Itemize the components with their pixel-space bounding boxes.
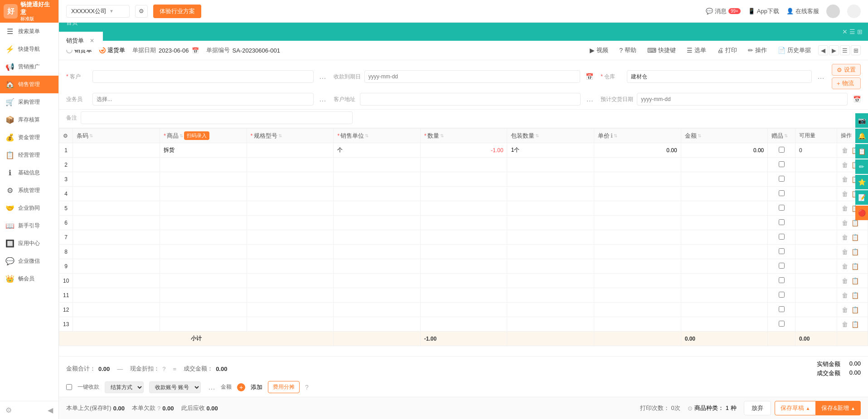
pack-qty-input[interactable] (511, 278, 590, 284)
spec-input[interactable] (251, 191, 330, 197)
cell-spec[interactable] (247, 303, 334, 317)
toolbar-btn-操作[interactable]: ✏ 操作 (744, 44, 771, 56)
barcode-input[interactable] (77, 263, 156, 270)
cell-unit[interactable] (334, 259, 421, 274)
product-input[interactable] (164, 162, 243, 168)
sidebar-item-基础信息[interactable]: ℹ 基础信息 (0, 164, 58, 182)
spec-input[interactable] (251, 205, 330, 212)
message-btn[interactable]: 💬 消息 99+ (706, 7, 741, 15)
delete-row-icon[interactable]: 🗑 (842, 190, 848, 197)
notes-input[interactable] (81, 111, 353, 124)
barcode-input[interactable] (77, 162, 156, 168)
unit-price-input[interactable] (598, 147, 677, 154)
cell-unit-price[interactable] (594, 158, 681, 172)
delete-row-icon[interactable]: 🗑 (842, 219, 848, 226)
cell-barcode[interactable] (73, 158, 160, 172)
gift-checkbox[interactable] (779, 263, 785, 269)
cell-amount[interactable] (681, 303, 768, 317)
unit-price-input[interactable] (598, 191, 677, 197)
cell-spec[interactable] (247, 245, 334, 259)
product-input[interactable] (164, 263, 243, 270)
cell-barcode[interactable] (73, 274, 160, 288)
cell-unit[interactable] (334, 274, 421, 288)
grid-view-icon[interactable]: ⊞ (857, 28, 863, 35)
cell-barcode[interactable] (73, 259, 160, 274)
cell-product[interactable] (160, 172, 247, 187)
unit-input[interactable] (337, 321, 417, 327)
cell-gift[interactable] (768, 317, 795, 332)
cell-pack-qty[interactable] (507, 201, 594, 216)
app-download-btn[interactable]: 📱 App下载 (748, 7, 779, 15)
copy-row-icon[interactable]: 📋 (851, 306, 859, 313)
qty-input[interactable] (424, 234, 504, 241)
product-input[interactable] (164, 307, 243, 313)
cell-unit[interactable] (334, 317, 421, 332)
gift-checkbox[interactable] (779, 277, 785, 283)
cell-product[interactable] (160, 158, 247, 172)
product-input[interactable] (164, 249, 243, 255)
cell-unit-price[interactable] (594, 274, 681, 288)
cell-gift[interactable] (768, 158, 795, 172)
cell-pack-qty[interactable] (507, 216, 594, 230)
sidebar-item-企业微信[interactable]: 💬 企业微信 (0, 252, 58, 270)
amount-input[interactable] (685, 263, 764, 270)
sidebar-item-系统管理[interactable]: ⚙ 系统管理 (0, 182, 58, 199)
cell-gift[interactable] (768, 172, 795, 187)
company-selector[interactable]: XXXXXX公司 ▼ (66, 5, 130, 18)
cell-amount[interactable] (681, 259, 768, 274)
barcode-input[interactable] (77, 220, 156, 226)
next-btn[interactable]: ▶ (829, 45, 839, 55)
product-type-icon[interactable]: ⊙ (688, 405, 693, 412)
cell-unit[interactable] (334, 187, 421, 201)
product-input[interactable] (164, 147, 243, 154)
pack-qty-input[interactable] (511, 147, 590, 154)
cell-unit-price[interactable] (594, 245, 681, 259)
cell-gift[interactable] (768, 259, 795, 274)
pack-qty-input[interactable] (511, 321, 590, 327)
warehouse-input[interactable] (627, 70, 812, 83)
delete-row-icon[interactable]: 🗑 (842, 161, 848, 169)
float-bell-btn[interactable]: 🔔 (855, 129, 868, 143)
sidebar-item-应用中心[interactable]: 🔲 应用中心 (0, 235, 58, 252)
th-settings[interactable]: ⚙ (59, 129, 73, 143)
qty-input[interactable] (424, 205, 504, 212)
cell-gift[interactable] (768, 143, 795, 158)
cell-product[interactable] (160, 317, 247, 332)
spec-input[interactable] (251, 147, 330, 154)
pack-qty-input[interactable] (511, 249, 590, 255)
delete-row-icon[interactable]: 🗑 (842, 263, 848, 270)
pack-qty-input[interactable] (511, 205, 590, 212)
cell-qty[interactable] (420, 274, 507, 288)
qty-input[interactable] (424, 147, 504, 154)
amount-input[interactable] (685, 249, 764, 255)
gift-checkbox[interactable] (779, 147, 785, 153)
unit-price-input[interactable] (598, 220, 677, 226)
cell-gift[interactable] (768, 303, 795, 317)
gift-checkbox[interactable] (779, 292, 785, 298)
cell-qty[interactable] (420, 158, 507, 172)
barcode-input[interactable] (77, 292, 156, 299)
unit-price-input[interactable] (598, 249, 677, 255)
cell-qty[interactable] (420, 288, 507, 303)
cell-product[interactable] (160, 201, 247, 216)
cell-product[interactable] (160, 187, 247, 201)
float-edit-btn[interactable]: ✏ (855, 159, 868, 174)
customer-addr-input[interactable] (360, 93, 581, 106)
cell-spec[interactable] (247, 259, 334, 274)
delete-row-icon[interactable]: 🗑 (842, 147, 848, 154)
pack-qty-input[interactable] (511, 234, 590, 241)
spec-input[interactable] (251, 278, 330, 284)
gift-checkbox[interactable] (779, 161, 785, 167)
cell-amount[interactable] (681, 172, 768, 187)
cell-unit-price[interactable] (594, 172, 681, 187)
qty-input[interactable] (424, 249, 504, 255)
cell-amount[interactable] (681, 274, 768, 288)
pack-qty-input[interactable] (511, 162, 590, 168)
toolbar-btn-历史单据[interactable]: 📄 历史单据 (774, 44, 815, 56)
cell-product[interactable] (160, 288, 247, 303)
toolbar-btn-选单[interactable]: ☰ 选单 (683, 44, 710, 56)
unit-price-input[interactable] (598, 321, 677, 327)
gift-checkbox[interactable] (779, 205, 785, 211)
product-input[interactable] (164, 234, 243, 241)
sidebar-item-经营管理[interactable]: 📋 经营管理 (0, 146, 58, 164)
